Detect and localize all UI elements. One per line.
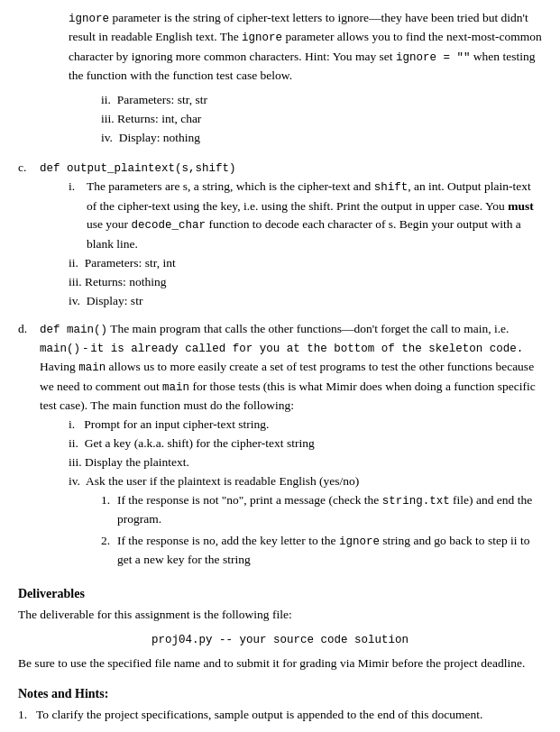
def-main-code: def main() xyxy=(40,324,107,336)
roman-iv: iv. xyxy=(101,131,113,144)
roman-iii: iii. xyxy=(101,112,115,125)
d-roman-i: i. xyxy=(69,417,75,431)
page-content: ignore parameter is the string of cipher… xyxy=(18,9,542,732)
d-ii-text: Get a key (a.k.a. shift) for the cipher-… xyxy=(85,436,315,450)
c-roman-i: i. xyxy=(69,178,83,254)
param-iv-row: iv. Display: nothing xyxy=(101,129,542,148)
deliverables-code-block: proj04.py -- your source code solution xyxy=(18,630,542,649)
c-iv-text: Display: str xyxy=(87,294,143,307)
d-roman-iv: iv. xyxy=(69,474,80,488)
ignore-code-3: ignore = "" xyxy=(396,51,471,64)
d-section: d. def main() The main program that call… xyxy=(18,320,542,571)
c-header: c. def output_plaintext(s,shift) xyxy=(18,159,542,178)
main-code-3: main xyxy=(162,381,189,394)
c-ii-text: Parameters: str, int xyxy=(85,256,176,270)
c-iii-row: iii. Returns: nothing xyxy=(69,273,542,292)
ignore-code-1: ignore xyxy=(69,13,109,25)
deliverables-code: proj04.py -- your source code solution xyxy=(151,634,409,646)
must-bold: must xyxy=(508,199,534,213)
ignore-code-d2: ignore xyxy=(339,535,380,548)
roman-ii: ii. xyxy=(101,93,111,106)
d-iv-row: iv. Ask the user if the plaintext is rea… xyxy=(69,472,542,491)
ignore-param-section: ignore parameter is the string of cipher… xyxy=(18,9,542,148)
d-roman-ii: ii. xyxy=(69,436,78,450)
already-called-code: it is already called for you at the bott… xyxy=(90,343,523,355)
deliverables-p2: Be sure to use the specified file name a… xyxy=(18,654,542,673)
c-iv-row: iv. Display: str xyxy=(69,292,542,311)
notes-title: Notes and Hints: xyxy=(18,684,542,704)
param-iv-text: Display: nothing xyxy=(119,131,200,144)
d-i-row: i. Prompt for an input cipher-text strin… xyxy=(69,416,542,435)
c-ii-row: ii. Parameters: str, int xyxy=(69,254,542,273)
d-main-text: def main() The main program that calls t… xyxy=(40,320,542,416)
string-txt-code: string.txt xyxy=(382,495,450,508)
c-i-row: i. The parameters are s, a string, which… xyxy=(69,178,542,254)
d-ii-row: ii. Get a key (a.k.a. shift) for the cip… xyxy=(69,435,542,453)
d-body: i. Prompt for an input cipher-text strin… xyxy=(18,416,542,570)
param-ii-text: Parameters: str, str xyxy=(117,93,207,106)
d-label: d. xyxy=(18,320,34,339)
d-2-text: If the response is no, add the key lette… xyxy=(117,532,542,570)
ignore-param-text: ignore parameter is the string of cipher… xyxy=(69,9,542,86)
d-roman-iii: iii. xyxy=(69,455,82,469)
d-header: d. def main() The main program that call… xyxy=(18,320,542,416)
param-iii-text: Returns: int, char xyxy=(117,112,201,125)
d-arabic-2: 2. xyxy=(101,532,114,570)
d-sub-list: 1. If the response is not "no", print a … xyxy=(69,491,542,571)
d-i-text: Prompt for an input cipher-text string. xyxy=(84,417,269,431)
d-arabic-1: 1. xyxy=(101,491,114,529)
shift-code: shift xyxy=(374,181,409,194)
c-roman-iii: iii. xyxy=(69,275,82,288)
c-roman-ii: ii. xyxy=(69,256,78,270)
notes-list: 1. To clarify the project specifications… xyxy=(18,706,542,732)
d-2-row: 2. If the response is no, add the key le… xyxy=(101,532,542,570)
c-def-code: def output_plaintext(s,shift) xyxy=(40,162,236,175)
c-label: c. xyxy=(18,159,34,178)
deliverables-section: Deliverables The deliverable for this as… xyxy=(18,584,542,673)
c-roman-iv: iv. xyxy=(69,294,80,307)
note-1: 1. To clarify the project specifications… xyxy=(18,706,542,725)
deliverables-title: Deliverables xyxy=(18,584,542,604)
d-iii-text: Display the plaintext. xyxy=(85,455,189,469)
d-1-row: 1. If the response is not "no", print a … xyxy=(101,491,542,529)
notes-section: Notes and Hints: 1. To clarify the proje… xyxy=(18,684,542,732)
c-i-text: The parameters are s, a string, which is… xyxy=(87,178,542,254)
d-1-text: If the response is not "no", print a mes… xyxy=(117,491,542,529)
decode-char-code: decode_char xyxy=(132,219,207,232)
params-ii-iv: ii. Parameters: str, str iii. Returns: i… xyxy=(69,91,542,148)
note-1-text: To clarify the project specifications, s… xyxy=(36,706,482,725)
main-call-code: main() xyxy=(40,343,80,355)
d-iv-text: Ask the user if the plaintext is readabl… xyxy=(86,474,359,488)
c-section: c. def output_plaintext(s,shift) i. The … xyxy=(18,159,542,311)
deliverables-p: The deliverable for this assignment is t… xyxy=(18,606,542,625)
c-iii-text: Returns: nothing xyxy=(85,275,166,288)
note-1-num: 1. xyxy=(18,706,32,725)
d-iii-row: iii. Display the plaintext. xyxy=(69,453,542,472)
param-iii-row: iii. Returns: int, char xyxy=(101,110,542,129)
c-body: i. The parameters are s, a string, which… xyxy=(18,178,542,310)
param-ii-row: ii. Parameters: str, str xyxy=(101,91,542,110)
ignore-code-2: ignore xyxy=(242,32,282,44)
main-code-2: main xyxy=(78,361,106,374)
c-def: def output_plaintext(s,shift) xyxy=(40,159,236,178)
